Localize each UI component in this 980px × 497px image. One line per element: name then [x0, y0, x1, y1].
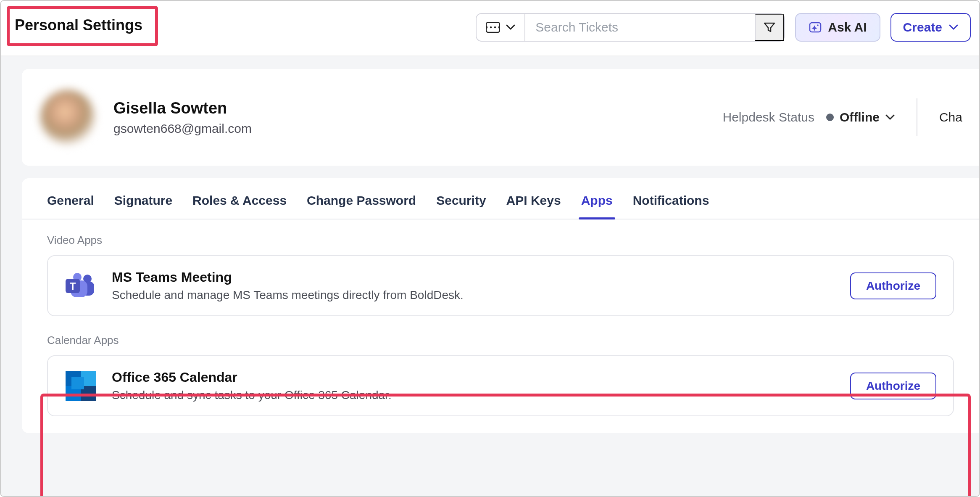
- svg-text:T: T: [70, 280, 76, 292]
- tabs-card: General Signature Roles & Access Change …: [22, 178, 979, 433]
- page-title-highlight: Personal Settings: [7, 6, 158, 46]
- svg-point-1: [490, 26, 492, 28]
- status-dropdown[interactable]: Offline: [826, 110, 895, 124]
- svg-rect-15: [71, 377, 84, 389]
- tab-api-keys[interactable]: API Keys: [506, 193, 561, 219]
- svg-rect-0: [486, 22, 500, 32]
- tab-signature[interactable]: Signature: [114, 193, 172, 219]
- svg-point-4: [817, 24, 819, 26]
- ask-ai-label: Ask AI: [828, 20, 867, 34]
- chevron-down-icon: [506, 24, 515, 30]
- content-area: Gisella Sowten gsowten668@gmail.com Help…: [1, 56, 979, 497]
- chevron-down-icon: [949, 24, 958, 30]
- ticket-type-dropdown[interactable]: [476, 13, 524, 42]
- profile-card: Gisella Sowten gsowten668@gmail.com Help…: [22, 69, 979, 166]
- svg-point-2: [494, 26, 496, 28]
- ask-ai-button[interactable]: Ask AI: [795, 13, 880, 42]
- tab-roles-access[interactable]: Roles & Access: [192, 193, 287, 219]
- section-label-video: Video Apps: [22, 219, 979, 255]
- tab-security[interactable]: Security: [436, 193, 486, 219]
- tab-notifications[interactable]: Notifications: [633, 193, 709, 219]
- app-title: Office 365 Calendar: [112, 370, 392, 385]
- search-input[interactable]: [525, 20, 755, 34]
- tab-apps[interactable]: Apps: [581, 193, 613, 219]
- office365-calendar-icon: [65, 370, 97, 402]
- status-dot-icon: [826, 114, 834, 121]
- profile-info: Gisella Sowten gsowten668@gmail.com: [113, 99, 252, 136]
- app-desc: Schedule and manage MS Teams meetings di…: [112, 288, 464, 302]
- app-text: MS Teams Meeting Schedule and manage MS …: [112, 270, 464, 302]
- sparkle-icon: [809, 21, 822, 34]
- avatar: [40, 90, 95, 145]
- truncated-action[interactable]: Cha: [939, 110, 962, 124]
- tabs: General Signature Roles & Access Change …: [22, 178, 979, 219]
- section-label-calendar: Calendar Apps: [22, 316, 979, 355]
- app-title: MS Teams Meeting: [112, 270, 464, 285]
- filter-icon: [763, 21, 776, 34]
- page-title: Personal Settings: [15, 16, 142, 34]
- app-desc: Schedule and sync tasks to your Office 3…: [112, 389, 392, 402]
- profile-right: Helpdesk Status Offline Cha: [723, 98, 963, 136]
- top-bar: Personal Settings Ask AI Create: [1, 1, 979, 56]
- app-card-ms-teams: T MS Teams Meeting Schedule and manage M…: [47, 255, 954, 316]
- search-wrapper: [524, 13, 785, 42]
- filter-button[interactable]: [755, 14, 784, 41]
- authorize-button-office365[interactable]: Authorize: [850, 373, 936, 399]
- chevron-down-icon: [885, 114, 895, 120]
- authorize-button-teams[interactable]: Authorize: [850, 272, 936, 299]
- tab-change-password[interactable]: Change Password: [307, 193, 416, 219]
- ms-teams-icon: T: [65, 270, 97, 302]
- profile-email: gsowten668@gmail.com: [113, 122, 252, 136]
- profile-name: Gisella Sowten: [113, 99, 252, 117]
- app-text: Office 365 Calendar Schedule and sync ta…: [112, 370, 392, 402]
- app-card-office365-calendar: Office 365 Calendar Schedule and sync ta…: [47, 355, 954, 416]
- ticket-icon: [486, 22, 500, 33]
- status-value: Offline: [840, 110, 880, 124]
- tab-general[interactable]: General: [47, 193, 94, 219]
- search-group: [476, 13, 785, 42]
- create-button[interactable]: Create: [890, 13, 971, 42]
- divider: [917, 98, 917, 136]
- create-label: Create: [903, 20, 942, 34]
- helpdesk-status-label: Helpdesk Status: [723, 110, 814, 124]
